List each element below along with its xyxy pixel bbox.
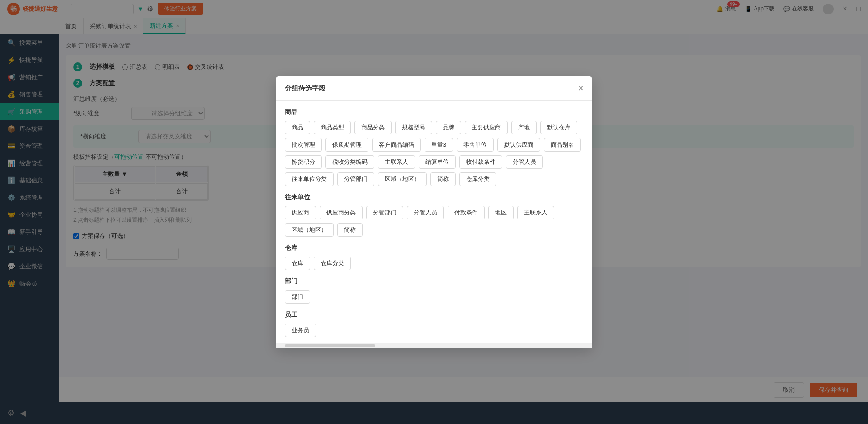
field-tag-0-2[interactable]: 商品分类 — [354, 121, 392, 134]
field-tag-0-5[interactable]: 主要供应商 — [465, 121, 508, 134]
field-tags-0: 商品商品类型商品分类规格型号品牌主要供应商产地默认仓库批次管理保质期管理客户商品… — [285, 121, 583, 186]
field-tag-1-7[interactable]: 区域（地区） — [285, 223, 334, 237]
field-section-title-0: 商品 — [285, 108, 583, 116]
field-tag-4-0[interactable]: 业务员 — [285, 324, 316, 337]
modal-title: 分组待选字段 — [285, 84, 326, 93]
field-tag-0-13[interactable]: 默认供应商 — [497, 138, 540, 152]
field-tag-0-19[interactable]: 收付款条件 — [459, 155, 502, 169]
field-tag-0-9[interactable]: 保质期管理 — [326, 138, 368, 152]
field-tag-0-16[interactable]: 税收分类编码 — [326, 155, 374, 169]
field-tag-0-10[interactable]: 客户商品编码 — [372, 138, 421, 152]
modal-overlay: 分组待选字段 × 商品商品商品类型商品分类规格型号品牌主要供应商产地默认仓库批次… — [0, 0, 868, 424]
field-tags-3: 部门 — [285, 290, 583, 304]
field-tag-0-18[interactable]: 结算单位 — [419, 155, 456, 169]
field-tag-1-1[interactable]: 供应商分类 — [320, 206, 363, 219]
field-tag-1-6[interactable]: 主联系人 — [517, 206, 554, 219]
field-tag-0-8[interactable]: 批次管理 — [285, 138, 322, 152]
modal-body: 商品商品商品类型商品分类规格型号品牌主要供应商产地默认仓库批次管理保质期管理客户… — [276, 101, 592, 343]
field-tag-1-0[interactable]: 供应商 — [285, 206, 316, 219]
modal-dialog: 分组待选字段 × 商品商品商品类型商品分类规格型号品牌主要供应商产地默认仓库批次… — [276, 76, 592, 348]
field-tag-1-3[interactable]: 分管人员 — [407, 206, 444, 219]
field-section-title-4: 员工 — [285, 311, 583, 319]
field-tag-0-0[interactable]: 商品 — [285, 121, 310, 134]
field-tag-0-23[interactable]: 区域（地区） — [378, 172, 427, 186]
field-tag-3-0[interactable]: 部门 — [285, 290, 310, 304]
field-tag-1-8[interactable]: 简称 — [337, 223, 363, 237]
field-tag-2-1[interactable]: 仓库分类 — [314, 257, 351, 270]
field-tag-0-3[interactable]: 规格型号 — [395, 121, 432, 134]
field-tag-0-21[interactable]: 往来单位分类 — [285, 172, 334, 186]
field-tag-0-14[interactable]: 商品别名 — [544, 138, 581, 152]
field-tag-0-22[interactable]: 分管部门 — [337, 172, 374, 186]
field-tag-0-4[interactable]: 品牌 — [436, 121, 461, 134]
modal-horizontal-scrollbar[interactable] — [276, 343, 592, 348]
field-section-title-1: 往来单位 — [285, 193, 583, 201]
field-section-title-3: 部门 — [285, 277, 583, 286]
field-tag-0-12[interactable]: 零售单位 — [457, 138, 494, 152]
field-tag-0-15[interactable]: 拣货积分 — [285, 155, 322, 169]
field-tag-0-24[interactable]: 简称 — [430, 172, 456, 186]
field-tag-0-7[interactable]: 默认仓库 — [540, 121, 577, 134]
field-tag-1-4[interactable]: 付款条件 — [448, 206, 485, 219]
field-tag-0-17[interactable]: 主联系人 — [378, 155, 415, 169]
field-tags-4: 业务员 — [285, 324, 583, 337]
modal-hscroll-thumb — [285, 344, 375, 347]
field-tag-1-2[interactable]: 分管部门 — [366, 206, 403, 219]
field-tag-2-0[interactable]: 仓库 — [285, 257, 310, 270]
field-tag-0-6[interactable]: 产地 — [511, 121, 537, 134]
field-tags-2: 仓库仓库分类 — [285, 257, 583, 270]
modal-header: 分组待选字段 × — [276, 76, 592, 101]
modal-close-button[interactable]: × — [578, 84, 583, 93]
field-tag-0-25[interactable]: 仓库分类 — [459, 172, 496, 186]
field-tag-0-1[interactable]: 商品类型 — [314, 121, 351, 134]
field-tag-0-20[interactable]: 分管人员 — [506, 155, 543, 169]
field-section-title-2: 仓库 — [285, 244, 583, 252]
field-tags-1: 供应商供应商分类分管部门分管人员付款条件地区主联系人区域（地区）简称 — [285, 206, 583, 237]
field-tag-1-5[interactable]: 地区 — [488, 206, 514, 219]
field-tag-0-11[interactable]: 重量3 — [425, 138, 453, 152]
